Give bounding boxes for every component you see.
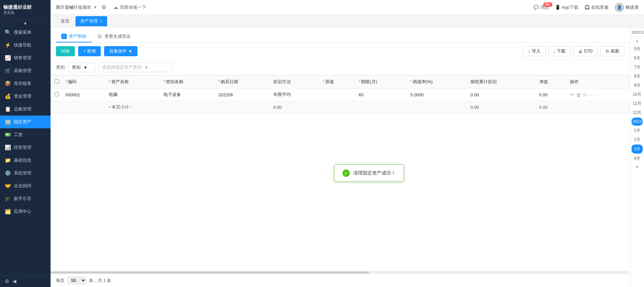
tab-首页[interactable]: 首页 bbox=[56, 16, 74, 26]
table-row: 000001 电脑 电子设备 202206 年限平均 60 5.0000 0.0… bbox=[51, 89, 630, 101]
toast-message: 清理固定资产成功！ bbox=[353, 170, 396, 176]
cell-code: 000001 bbox=[63, 89, 106, 101]
success-check-icon: ✓ bbox=[342, 169, 350, 177]
delete-icon[interactable]: 🗑 bbox=[576, 92, 581, 98]
sidebar-item-采购管理[interactable]: 🛒采购管理 bbox=[0, 64, 51, 77]
sidebar-item-label: 搜索菜单 bbox=[14, 29, 31, 35]
sidebar-item-库存核算[interactable]: 📦库存核算 bbox=[0, 77, 51, 90]
cell-name: 电脑 bbox=[106, 89, 161, 101]
toolbar-right: ↑ 导入 ↓ 下载 🖨 打印 ↻ 刷新 bbox=[523, 46, 624, 56]
sidebar-item-资金管理[interactable]: 💰资金管理 bbox=[0, 90, 51, 103]
cell-category: 电子设备 bbox=[161, 89, 216, 101]
sidebar-nav: 🔍搜索菜单⚡快捷导航📈销售管理🛒采购管理📦库存核算💰资金管理📋总账管理🏢固定资产… bbox=[0, 26, 51, 275]
refresh-button[interactable]: ↻ 刷新 bbox=[601, 46, 624, 56]
app-download-label: App下载 bbox=[562, 4, 578, 10]
rp-scroll-up[interactable]: ▲ bbox=[630, 37, 644, 44]
app-download-btn[interactable]: 📱 App下载 bbox=[555, 4, 578, 10]
sub-tab-label: 资产明细 bbox=[69, 33, 86, 39]
content-area: ≡资产明细≡变更生成凭证 对账 + 新增 批量操作 ▼ ↑ 导入 bbox=[51, 28, 644, 287]
scrollbar-thumb[interactable] bbox=[51, 272, 369, 274]
sidebar-icon: 📊 bbox=[5, 145, 11, 151]
sub-tab-资产明细[interactable]: ≡资产明细 bbox=[56, 31, 92, 42]
sidebar-item-搜索菜单[interactable]: 🔍搜索菜单 bbox=[0, 26, 51, 39]
rp-month-3月[interactable]: 3月 bbox=[632, 145, 643, 154]
sidebar-item-基础信息[interactable]: 📁基础信息 bbox=[0, 154, 51, 167]
sidebar-logo: 畅捷通好业财 普及版 bbox=[0, 0, 51, 20]
cell-accumulated: 0.00 bbox=[468, 89, 536, 101]
cell-actions: ✏ 🗑 ⎘ ⋯ bbox=[567, 89, 630, 101]
sidebar-item-销售管理[interactable]: 📈销售管理 bbox=[0, 52, 51, 64]
sidebar-item-快捷导航[interactable]: ⚡快捷导航 bbox=[0, 39, 51, 52]
user-avatar-area[interactable]: 👤 畅捷通 bbox=[615, 3, 639, 12]
rp-year-marker[interactable]: 2023 bbox=[632, 118, 643, 126]
sub-tab-icon: ≡ bbox=[97, 34, 102, 39]
rp-month-1月[interactable]: 1月 bbox=[630, 126, 644, 135]
sidebar-item-新手引导[interactable]: 🎓新手引导 bbox=[0, 192, 51, 205]
cell-net-value: 0.00 bbox=[536, 89, 567, 101]
more-icon[interactable]: ⋯ bbox=[588, 92, 593, 98]
sidebar-item-企业协同[interactable]: 🤝企业协同 bbox=[0, 180, 51, 192]
reconcile-button[interactable]: 对账 bbox=[56, 46, 75, 56]
rp-month-8月[interactable]: 8月 bbox=[630, 72, 644, 81]
right-panel: 2023.03 ✕ ⛶ ▲5月6月7月8月9月10月11月12月20231月2月… bbox=[630, 28, 644, 287]
company-arrow-icon: ▼ bbox=[93, 5, 97, 10]
row-checkbox[interactable] bbox=[55, 92, 59, 96]
col-depreciation_method: 折旧方法 bbox=[271, 75, 320, 89]
sidebar-item-系统管理[interactable]: ⚙️系统管理 bbox=[0, 167, 51, 180]
collapse-icon[interactable]: ◀ bbox=[12, 278, 17, 284]
sidebar-item-工资[interactable]: 💵工资 bbox=[0, 128, 51, 141]
messages-btn[interactable]: 💬 消息 99+ bbox=[533, 4, 549, 10]
import-button[interactable]: ↑ 导入 bbox=[523, 46, 546, 56]
sidebar-item-label: 快捷导航 bbox=[14, 42, 31, 48]
settings-icon[interactable]: ⚙ bbox=[101, 4, 106, 10]
settings-icon[interactable]: ⚙ bbox=[5, 278, 9, 284]
rp-month-12月[interactable]: 12月 bbox=[630, 108, 644, 117]
sidebar-item-固定资产[interactable]: 🏢固定资产 bbox=[0, 116, 51, 128]
sidebar-item-总账管理[interactable]: 📋总账管理 bbox=[0, 103, 51, 116]
rp-month-11月[interactable]: 11月 bbox=[630, 99, 644, 108]
rp-month-4月[interactable]: 4月 bbox=[630, 154, 644, 163]
rp-month-5月[interactable]: 5月 bbox=[630, 44, 644, 54]
pagination: 每页 50 100 200 条，共 1 条 bbox=[51, 274, 630, 287]
sidebar: 畅捷通好业财 普及版 ▲ 🔍搜索菜单⚡快捷导航📈销售管理🛒采购管理📦库存核算💰资… bbox=[0, 0, 51, 287]
sidebar-item-应用中心[interactable]: 🗂️应用中心 bbox=[0, 205, 51, 218]
sidebar-icon: ⚙️ bbox=[5, 170, 11, 176]
batch-button[interactable]: 批量操作 ▼ bbox=[104, 46, 137, 56]
company-selector[interactable]: 医疗器械行业演示 ▼ bbox=[56, 4, 97, 10]
sub-tab-变更生成凭证[interactable]: ≡变更生成凭证 bbox=[92, 31, 136, 42]
rp-scroll-down[interactable]: ▼ bbox=[630, 163, 644, 171]
import-label: 导入 bbox=[532, 48, 541, 54]
rp-month-7月[interactable]: 7月 bbox=[630, 63, 644, 72]
tab-资产管理[interactable]: 资产管理× bbox=[75, 16, 107, 26]
sidebar-item-label: 采购管理 bbox=[14, 68, 31, 74]
rp-month-2月[interactable]: 2月 bbox=[630, 135, 644, 144]
rp-month-10月[interactable]: 10月 bbox=[630, 90, 644, 99]
cloud-icon: ☁ bbox=[114, 5, 118, 10]
sidebar-item-label: 总账管理 bbox=[14, 106, 31, 112]
rp-month-6月[interactable]: 6月 bbox=[630, 54, 644, 63]
rp-month-9月[interactable]: 9月 bbox=[630, 81, 644, 90]
edit-icon[interactable]: ✏ bbox=[570, 92, 574, 98]
sidebar-item-label: 工资 bbox=[14, 132, 23, 138]
category-filter[interactable]: 类别 ▼ bbox=[68, 63, 95, 72]
online-service-btn[interactable]: 🎧 在线客服 bbox=[584, 4, 609, 10]
download-button[interactable]: ↓ 下载 bbox=[548, 46, 571, 56]
print-button[interactable]: 🖨 打印 bbox=[573, 46, 598, 56]
per-page-label: 每页 bbox=[56, 278, 65, 284]
copy-icon[interactable]: ⎘ bbox=[583, 92, 586, 98]
col-purchase_date: *购买日期 bbox=[216, 75, 271, 89]
experience-btn[interactable]: ☁ 我要体验一下 bbox=[114, 4, 146, 10]
per-page-select[interactable]: 50 100 200 bbox=[67, 277, 86, 284]
col-code: *编码 bbox=[63, 75, 106, 89]
sidebar-scroll-up[interactable]: ▲ bbox=[0, 20, 51, 26]
horizontal-scrollbar[interactable] bbox=[51, 271, 630, 274]
tab-close-icon[interactable]: × bbox=[100, 19, 102, 24]
select-all-checkbox[interactable] bbox=[55, 79, 59, 84]
asset-category-filter[interactable]: 请选择固定资产类别 ▼ bbox=[98, 63, 173, 72]
add-button[interactable]: + 新增 bbox=[78, 46, 101, 56]
sidebar-icon: 🎓 bbox=[5, 196, 11, 202]
reconcile-label: 对账 bbox=[61, 48, 70, 54]
sidebar-item-label: 企业协同 bbox=[14, 183, 31, 189]
sidebar-item-经营管理[interactable]: 📊经营管理 bbox=[0, 141, 51, 154]
filter-row: 类别 类别 ▼ 请选择固定资产类别 ▼ bbox=[51, 60, 630, 75]
